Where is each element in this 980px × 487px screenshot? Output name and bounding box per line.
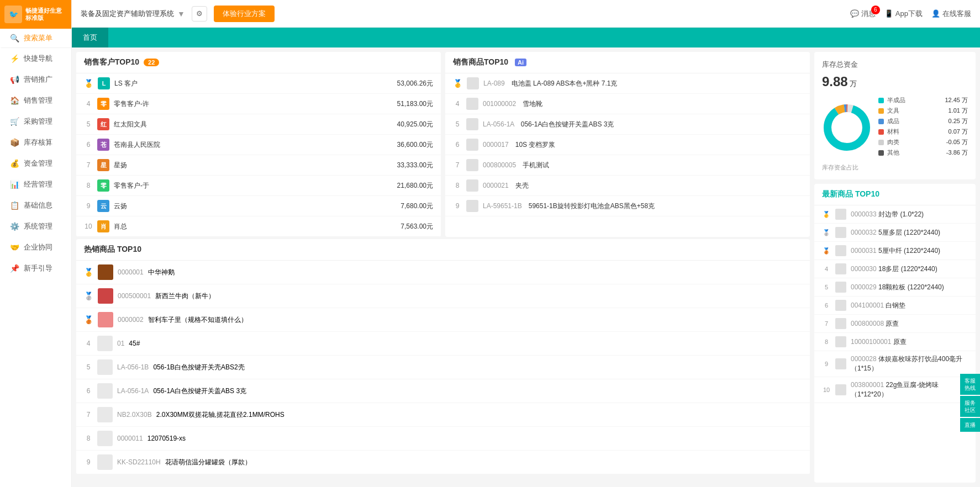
rank-num: 4 [84, 100, 93, 108]
hot-product-img [97, 431, 113, 446]
medal-icon: 🥉 [84, 315, 93, 324]
sidebar-item-finance[interactable]: 💰 资金管理 [0, 153, 71, 174]
latest-name: 0000031 5厘中纤 (1220*2440) [851, 246, 968, 256]
hot-code: 0000001 [118, 268, 144, 276]
app-download-button[interactable]: 📱 App下载 [884, 9, 923, 19]
rank-num: 6 [84, 141, 93, 149]
online-service-button[interactable]: 👤 在线客服 [931, 9, 971, 19]
marketing-icon: 📢 [9, 75, 19, 84]
rank-num: 7 [84, 411, 93, 419]
hot-code: 0000002 [118, 316, 144, 324]
customer-row: 6 苍 苍南县人民医院 36,600.00元 [76, 135, 441, 155]
customer-row: 9 云 云扬 7,680.00元 [76, 196, 441, 216]
product-code-name: LA-59651-1B 59651-1B旋转投影灯电池盒ABS黑色+58克 [483, 202, 802, 211]
latest-name: 000800008 原查 [851, 319, 968, 329]
customer-row: 7 星 星扬 33,333.00元 [76, 155, 441, 176]
sidebar-logo: 🐦 畅捷通好生意 标准版 [0, 0, 71, 29]
hot-item: 🥈 000500001 新西兰牛肉（新牛） [76, 284, 810, 308]
rank-num: 8 [84, 182, 93, 189]
hot-code: LA-056-1A [117, 387, 149, 395]
product-sale-row: 9 LA-59651-1B 59651-1B旋转投影灯电池盒ABS黑色+58克 [445, 196, 810, 216]
sidebar-item-basic[interactable]: 📋 基础信息 [0, 195, 71, 216]
rank-medal: 🥈 [822, 229, 831, 236]
sidebar-item-system[interactable]: ⚙️ 系统管理 [0, 216, 71, 237]
panels-area: 销售客户TOP10 22 🥇 L LS 客户 53,006.26元 [72, 47, 814, 487]
customer-name: 零售客户-许 [114, 99, 393, 109]
latest-img [835, 336, 846, 347]
hot-products-header: 热销商品 TOP10 [76, 239, 810, 261]
customer-row: 10 肖 肖总 7,563.00元 [76, 216, 441, 237]
hot-code: 000500001 [118, 292, 151, 300]
legend-dot [878, 98, 884, 103]
legend-name: 肉类 [887, 138, 943, 146]
customer-panel: 销售客户TOP10 22 🥇 L LS 客户 53,006.26元 [76, 52, 441, 237]
customer-avatar: 红 [97, 118, 109, 130]
latest-img [835, 263, 846, 274]
product-code-name: LA-056-1A 056-1A白色按键开关盖ABS 3克 [483, 120, 802, 129]
sidebar-item-guide[interactable]: 📌 新手引导 [0, 258, 71, 279]
product-code-name: 0000017 10S 变档罗浆 [483, 140, 802, 150]
hot-name: 智利车子里（规格不知道填什么） [148, 315, 247, 325]
sidebar-item-enterprise[interactable]: 🤝 企业协同 [0, 237, 71, 258]
sidebar-item-sales[interactable]: 🏠 销售管理 [0, 90, 71, 111]
hot-product-img [97, 454, 113, 470]
experience-button[interactable]: 体验行业方案 [214, 6, 275, 22]
customer-name: 苍南县人民医院 [114, 140, 393, 150]
main-area: 装备及固定资产辅助管理系统 ▼ ⚙ 体验行业方案 💬 消息 6 📱 App下载 … [72, 0, 980, 487]
sidebar-item-marketing[interactable]: 📢 营销推广 [0, 69, 71, 90]
latest-item: 10 003800001 22g鱼豆腐-烧烤味（1*12*20） [814, 377, 976, 403]
latest-img [835, 300, 846, 311]
product-sale-row: 8 0000021 夹壳 [445, 176, 810, 196]
customer-avatar: 零 [97, 98, 109, 110]
hotline-button[interactable]: 客服热线 [960, 374, 980, 395]
message-badge: 6 [871, 6, 880, 14]
inventory-icon: 📦 [9, 138, 19, 147]
sidebar-search[interactable]: 🔍 搜索菜单 [0, 29, 71, 48]
rank-num: 8 [453, 182, 462, 189]
dropdown-arrow-icon[interactable]: ▼ [177, 9, 185, 18]
sidebar: 🐦 畅捷通好生意 标准版 🔍 搜索菜单 ⚡ 快捷导航 📢 营销推广 🏠 销售管理… [0, 0, 72, 487]
tab-home[interactable]: 首页 [72, 28, 108, 47]
product-avatar [466, 98, 478, 110]
latest-img [835, 318, 846, 329]
legend-name: 其他 [887, 149, 943, 157]
content-area: 销售客户TOP10 22 🥇 L LS 客户 53,006.26元 [72, 47, 980, 487]
customer-avatar: 星 [97, 159, 109, 171]
rank-num: 6 [453, 141, 462, 149]
product-sale-panel: 销售商品TOP10 Ai 🥇 LA-089 电池盖 LA-089 ABS本色+黑… [445, 52, 810, 237]
svg-point-1 [828, 108, 866, 147]
rank-num: 4 [453, 100, 462, 108]
customer-value: 7,563.00元 [401, 222, 433, 231]
sidebar-item-operation[interactable]: 📊 经营管理 [0, 174, 71, 195]
hot-name: 中华神鹅 [148, 268, 175, 277]
sidebar-item-purchase[interactable]: 🛒 采购管理 [0, 111, 71, 132]
search-icon: 🔍 [9, 34, 19, 43]
sidebar-item-shortcut[interactable]: ⚡ 快捷导航 [0, 48, 71, 69]
community-button[interactable]: 服务社区 [960, 396, 980, 417]
logo-icon: 🐦 [4, 6, 22, 23]
legend-value: 0.25 万 [949, 117, 968, 125]
rank-num: 7 [822, 320, 831, 327]
customer-value: 33,333.00元 [397, 161, 433, 170]
hot-name: 12070519-xs [147, 435, 186, 442]
rank-num: 9 [453, 202, 462, 210]
rank-num: 9 [84, 458, 93, 466]
ai-badge: Ai [515, 59, 526, 66]
message-button[interactable]: 💬 消息 6 [850, 9, 876, 19]
medal-icon: 🥇 [84, 79, 93, 88]
latest-name: 003800001 22g鱼豆腐-烧烤味（1*12*20） [851, 380, 968, 399]
latest-item: 9 0000028 体娱嘉枚味苏打饮品400毫升（1*15） [814, 351, 976, 377]
hot-item: 4 01 45# [76, 332, 810, 356]
legend-value: 12.45 万 [945, 96, 968, 104]
shortcut-icon: ⚡ [9, 54, 19, 63]
config-button[interactable]: ⚙ [192, 6, 207, 22]
product-sale-row: 7 000800005 手机测试 [445, 155, 810, 176]
hot-code: 01 [117, 340, 124, 347]
livestream-button[interactable]: 直播 [960, 418, 980, 432]
sidebar-item-inventory[interactable]: 📦 库存核算 [0, 132, 71, 153]
hot-product-img [98, 264, 113, 280]
customer-value: 51,183.00元 [397, 99, 433, 109]
customer-avatar: L [98, 77, 110, 89]
rank-medal: 🥇 [822, 211, 831, 218]
latest-item: 🥈 0000032 5厘多层 (1220*2440) [814, 224, 976, 242]
